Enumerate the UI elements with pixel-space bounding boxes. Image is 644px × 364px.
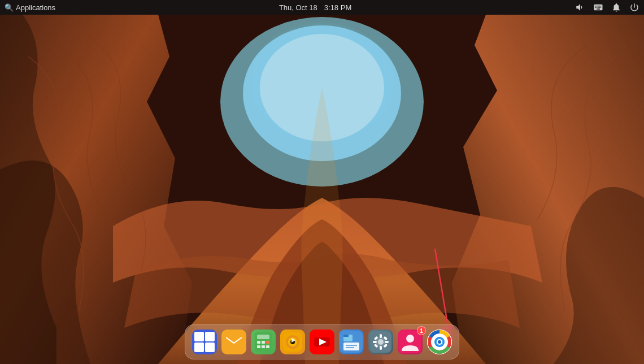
svg-rect-11 [262, 341, 265, 344]
appgrid-icon [192, 330, 217, 354]
dock-item-chrome[interactable] [426, 328, 453, 356]
volume-icon[interactable] [575, 2, 585, 12]
svg-point-47 [438, 340, 441, 344]
panel-center: Thu, Oct 18 3:18 PM [279, 3, 351, 12]
svg-point-41 [406, 335, 414, 343]
contacts-badge: 1 [417, 326, 426, 335]
mail-icon [221, 330, 246, 354]
keyboard-icon[interactable] [593, 2, 603, 12]
date-display: Thu, Oct 18 [279, 3, 317, 12]
svg-rect-10 [257, 341, 260, 344]
dock-item-contacts[interactable]: 1 [397, 328, 424, 356]
search-icon: 🔍 [5, 3, 14, 12]
youtube-icon [310, 330, 334, 354]
svg-rect-34 [373, 341, 377, 343]
dock-item-music[interactable] [279, 328, 306, 356]
chrome-icon [427, 330, 452, 354]
time-display: 3:18 PM [324, 3, 351, 12]
svg-line-6 [435, 249, 449, 333]
svg-rect-26 [343, 335, 349, 337]
top-panel: 🔍 Applications Thu, Oct 18 3:18 PM [0, 0, 644, 15]
panel-left[interactable]: 🔍 Applications [5, 3, 55, 12]
dock-item-settings[interactable] [367, 328, 394, 356]
dock-item-appgrid[interactable] [191, 328, 218, 356]
svg-point-31 [378, 339, 384, 345]
dock-item-calculator[interactable] [250, 328, 277, 356]
applications-label: Applications [16, 3, 55, 12]
panel-right [575, 2, 639, 12]
dock-item-mail[interactable] [220, 328, 247, 356]
dock-item-youtube[interactable] [308, 328, 336, 356]
svg-rect-12 [266, 341, 269, 344]
svg-rect-25 [343, 343, 359, 350]
svg-rect-15 [266, 345, 269, 348]
svg-rect-7 [226, 336, 242, 348]
svg-rect-32 [380, 334, 382, 338]
notification-icon[interactable] [611, 2, 621, 12]
music-icon [280, 330, 305, 354]
svg-rect-14 [262, 345, 265, 348]
dock-item-files[interactable] [338, 328, 365, 356]
settings-icon [368, 330, 393, 354]
dock: 1 [185, 324, 459, 359]
power-icon[interactable] [629, 2, 639, 12]
wallpaper [0, 0, 644, 364]
calculator-icon [251, 330, 276, 354]
svg-rect-13 [257, 345, 260, 348]
svg-rect-9 [257, 335, 269, 339]
files-icon [339, 330, 364, 354]
desktop: 🔍 Applications Thu, Oct 18 3:18 PM [0, 0, 644, 364]
svg-rect-35 [385, 341, 389, 343]
svg-rect-33 [380, 346, 382, 350]
